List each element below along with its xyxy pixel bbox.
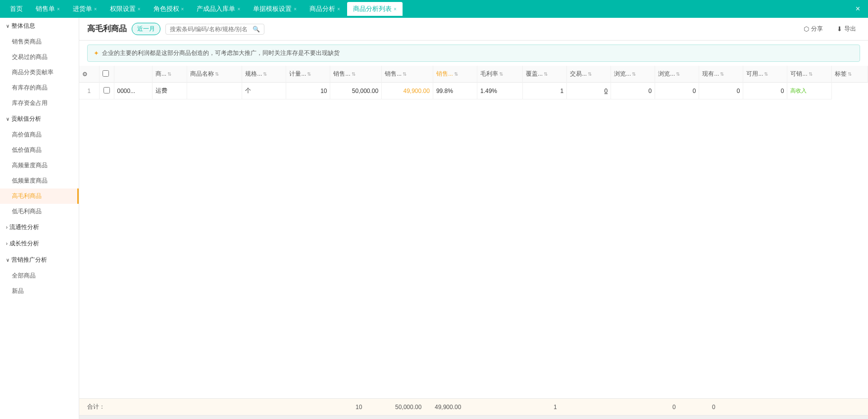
sort-icon: ⇅ [454,71,458,77]
sidebar-item-capital-occupation[interactable]: 库存资金占用 [0,95,79,111]
col-header-coverage[interactable]: 覆盖...⇅ [523,66,567,83]
table-row[interactable]: 10000...运费个1050,000.0049,900.0099.8%1.49… [79,83,868,99]
row-current-stock: 0 [655,83,699,99]
sidebar-item-traded-goods[interactable]: 交易过的商品 [0,49,79,65]
close-tab-icon[interactable]: × [57,6,60,12]
row-spec [187,83,242,99]
footer-cell-10 [511,404,551,411]
close-tab-icon[interactable]: × [138,6,141,12]
footer-cell-6: 10 [353,404,392,411]
col-header-unit[interactable]: 计量...⇅ [286,66,330,83]
sidebar-arrow-growth-analysis: › [6,241,7,246]
sort-icon: ⇅ [632,71,636,77]
nav-tab-purchase[interactable]: 进货单× [67,2,103,16]
main-layout: ∨整体信息销售类商品交易过的商品商品分类贡献率有库存的商品库存资金占用∨贡献值分… [0,18,868,419]
row-browse1[interactable]: 0 [567,83,611,99]
col-header-code[interactable]: 商...⇅ [153,66,187,83]
search-input[interactable] [170,26,251,33]
row-name: 运费 [153,83,187,99]
close-tab-icon[interactable]: × [237,6,240,12]
nav-tab-product-warehouse[interactable]: 产成品入库单× [191,2,246,16]
close-tab-icon[interactable]: × [294,6,297,12]
col-header-margin_rate[interactable]: 毛利率⇅ [477,66,522,83]
col-header-sales_cost[interactable]: 销售...⇅ [433,66,477,83]
settings-icon[interactable]: ⚙ [82,71,88,78]
sidebar-group-label-marketing-analysis: 营销推广分析 [11,256,47,264]
col-header-name[interactable]: 商品名称⇅ [187,66,242,83]
sidebar-arrow-overall: ∨ [6,23,9,29]
search-icon[interactable]: 🔍 [253,26,260,33]
nav-tab-home[interactable]: 首页 [4,2,29,16]
sort-icon: ⇅ [848,71,852,77]
col-header-current_stock[interactable]: 现有...⇅ [699,66,743,83]
sidebar-item-all-goods[interactable]: 全部商品 [0,268,79,283]
nav-tab-order-template[interactable]: 单据模板设置× [247,2,303,16]
sidebar-item-low-value-goods[interactable]: 低价值商品 [0,142,79,158]
nav-tab-product-analysis-list[interactable]: 商品分析列表× [347,2,403,16]
info-banner: ✦ 企业的主要的利润都是这部分商品创造的，可考虑加大推广，同时关注库存是不要出现… [87,45,860,62]
col-header-trade_count[interactable]: 交易...⇅ [567,66,611,83]
col-label-name: 商品名称 [190,70,214,78]
close-all-button[interactable]: × [852,4,864,13]
col-label-sales_amount: 销售... [385,70,402,78]
row-code: 0000... [114,83,153,99]
nav-tab-label: 单据模板设置 [253,4,292,13]
sidebar-item-low-margin-goods[interactable]: 低毛利商品 [0,204,79,219]
row-sales-amount: 50,000.00 [330,83,382,99]
table-container[interactable]: ⚙商...⇅商品名称⇅规格...⇅计量...⇅销售...⇅销售...⇅销售...… [79,66,868,398]
col-label-margin_rate: 毛利率 [480,70,498,78]
nav-tab-sales[interactable]: 销售单× [30,2,66,16]
col-header-tag[interactable]: 标签⇅ [831,66,868,83]
sidebar-group-label-overall: 整体信息 [11,22,35,30]
footer-cell-14: 0 [669,404,709,411]
close-tab-icon[interactable]: × [394,6,397,12]
content-area: 高毛利商品 近一月 🔍 ⬡ 分享 ⬇ 导出 ✦ 企业的主要的利润都是这部分商品创… [79,18,868,419]
col-header-available[interactable]: 可用...⇅ [743,66,787,83]
row-checkbox[interactable] [103,87,110,93]
sort-icon: ⇅ [809,71,813,77]
close-tab-icon[interactable]: × [94,6,97,12]
nav-tab-product-analysis[interactable]: 商品分析× [304,2,346,16]
col-header-browse1[interactable]: 浏览...⇅ [611,66,655,83]
sidebar-group-header-overall[interactable]: ∨整体信息 [0,18,79,34]
sidebar-group-header-growth-analysis[interactable]: ›成长性分析 [0,235,79,252]
sidebar-item-sales-goods[interactable]: 销售类商品 [0,34,79,49]
nav-tab-role-permission[interactable]: 角色授权× [148,2,190,16]
col-header-sales_qty[interactable]: 销售...⇅ [330,66,382,83]
sidebar-item-high-value-goods[interactable]: 高价值商品 [0,127,79,142]
close-tab-icon[interactable]: × [337,6,340,12]
nav-tab-label: 首页 [10,4,23,13]
sidebar-group-header-marketing-analysis[interactable]: ∨营销推广分析 [0,252,79,268]
sidebar-item-high-freq-goods[interactable]: 高频量度商品 [0,158,79,173]
nav-tab-label: 商品分析 [309,4,335,13]
sidebar-item-goods-contribution[interactable]: 商品分类贡献率 [0,65,79,80]
nav-tab-label: 进货单 [73,4,92,13]
sort-icon: ⇅ [352,71,356,77]
nav-tab-permission-settings[interactable]: 权限设置× [104,2,147,16]
row-sales-qty: 10 [286,83,330,99]
search-box[interactable]: 🔍 [165,24,264,35]
sidebar-item-low-freq-goods[interactable]: 低频量度商品 [0,173,79,188]
sidebar-group-header-value-analysis[interactable]: ∨贡献值分析 [0,111,79,127]
sidebar-group-growth-analysis: ›成长性分析 [0,235,79,252]
col-label-current_stock: 现有... [702,70,719,78]
horizontal-scrollbar[interactable] [79,415,868,419]
filter-month-button[interactable]: 近一月 [132,23,160,35]
footer-cell-2 [194,404,234,411]
col-header-sellable[interactable]: 可销...⇅ [787,66,831,83]
col-header-browse2[interactable]: 浏览...⇅ [655,66,699,83]
sidebar-item-in-stock-goods[interactable]: 有库存的商品 [0,80,79,95]
col-header-sales_amount[interactable]: 销售...⇅ [382,66,433,83]
sidebar-group-header-trend-analysis[interactable]: ›流通性分析 [0,219,79,235]
select-all-checkbox[interactable] [102,70,109,77]
col-label-coverage: 覆盖... [526,70,543,78]
col-header-checkbox [99,66,114,83]
close-tab-icon[interactable]: × [181,6,184,12]
share-button[interactable]: ⬡ 分享 [800,23,827,35]
sidebar-item-new-goods[interactable]: 新品 [0,283,79,299]
sidebar-item-high-margin-goods[interactable]: 高毛利商品 [0,188,79,204]
row-tag: 高收入 [787,83,831,99]
export-button[interactable]: ⬇ 导出 [833,23,860,35]
col-header-spec[interactable]: 规格...⇅ [242,66,286,83]
footer-cell-1 [154,404,194,411]
